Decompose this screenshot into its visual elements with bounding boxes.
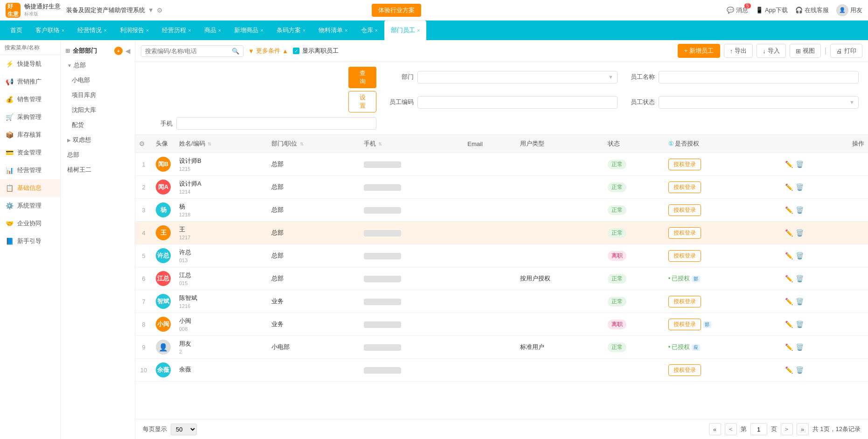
empcode-input-box[interactable] [417,96,618,109]
dept-input[interactable] [422,74,608,81]
close-icon[interactable]: × [188,28,191,33]
add-employee-button[interactable]: + 新增员工 [678,44,720,58]
auth-login-button[interactable]: 授权登录 [668,364,701,376]
app-download-button[interactable]: 📱 App下载 [756,6,788,14]
table-settings-icon[interactable]: ⚙ [139,140,145,147]
auth-login-button[interactable]: 授权登录 [668,319,701,330]
tab-operation[interactable]: 经营情况 × [71,21,113,40]
export-button[interactable]: ↑ 导出 [724,44,753,58]
sidebar-item-finance[interactable]: 💳 资金管理 [0,144,60,161]
sidebar-item-sales[interactable]: 💰 销售管理 [0,91,60,108]
print-button[interactable]: 🖨 打印 [830,44,862,58]
sidebar-item-quicknav[interactable]: ⚡ 快捷导航 [0,55,60,73]
sidebar-item-basic[interactable]: 📋 基础信息 [0,179,60,197]
show-resigned-checkbox[interactable]: ✓ 显示离职员工 [293,47,339,55]
close-icon[interactable]: × [218,28,221,33]
more-filters-button[interactable]: ▼ 更多条件 ▲ [248,47,288,55]
query-button[interactable]: 查询 [348,67,376,88]
dept-item-zongbu2[interactable]: 总部 [61,147,135,162]
collapse-dept-icon[interactable]: ◀ [125,48,130,55]
add-dept-button[interactable]: + [114,47,123,55]
import-button[interactable]: ↓ 导入 [757,44,786,58]
dept-item-shuanglv[interactable]: ▶ 双虑想 [61,132,135,147]
dept-item-xiangmu[interactable]: 项目库房 [61,88,135,103]
tab-profit[interactable]: 利润报告 × [113,21,155,40]
close-icon[interactable]: × [104,28,106,33]
first-page-button[interactable]: « [709,423,721,435]
page-number-input[interactable] [750,423,767,435]
sidebar-item-purchase[interactable]: 🛒 采购管理 [0,108,60,126]
tab-add-goods[interactable]: 新增商品 × [228,21,270,40]
empcode-input[interactable] [422,99,613,106]
edit-button[interactable]: ✏️ [785,183,793,191]
phone-input-box[interactable] [176,117,376,130]
close-icon[interactable]: × [417,28,420,33]
notification-button[interactable]: 💬 消息 5 [727,6,748,14]
dropdown-arrow-icon[interactable]: ▼ [148,7,154,14]
delete-button[interactable]: 🗑️ [796,366,804,374]
auth-login-button[interactable]: 授权登录 [668,227,701,239]
online-service-button[interactable]: 🎧 在线客服 [795,6,829,14]
delete-button[interactable]: 🗑️ [796,229,804,237]
reset-button[interactable]: 设置 [348,91,376,112]
dept-item-xiaodibu[interactable]: 小电部 [61,73,135,88]
dept-item-zhishu[interactable]: 植树王二 [61,162,135,177]
delete-button[interactable]: 🗑️ [796,298,804,305]
dept-item-shenyang[interactable]: 沈阳大库 [61,103,135,118]
edit-button[interactable]: ✏️ [785,252,793,259]
delete-button[interactable]: 🗑️ [796,183,804,191]
gear-icon[interactable]: ⚙ [157,7,163,14]
sidebar-item-collab[interactable]: 🤝 企业协同 [0,215,60,232]
status-select[interactable]: ▼ [659,96,859,109]
delete-button[interactable]: 🗑️ [796,275,804,282]
dept-select[interactable]: ▼ [417,71,618,84]
auth-login-button[interactable]: 授权登录 [668,250,701,262]
close-icon[interactable]: × [260,28,263,33]
tab-warehouse[interactable]: 仓库 × [354,21,384,40]
last-page-button[interactable]: » [797,423,809,435]
edit-button[interactable]: ✏️ [785,229,793,237]
close-icon[interactable]: × [62,28,64,33]
edit-button[interactable]: ✏️ [785,160,793,168]
next-page-button[interactable]: ＞ [781,423,793,435]
auth-login-button[interactable]: 授权登录 [668,181,701,193]
close-icon[interactable]: × [345,28,347,33]
edit-button[interactable]: ✏️ [785,206,793,214]
sidebar-item-system[interactable]: ⚙️ 系统管理 [0,197,60,215]
close-icon[interactable]: × [303,28,306,33]
search-input[interactable] [145,48,229,55]
empname-input-box[interactable] [659,71,859,84]
view-button[interactable]: ⊞ 视图 [790,44,821,58]
auth-login-button[interactable]: 授权登录 [668,204,701,216]
close-icon[interactable]: × [146,28,149,33]
phone-input[interactable] [181,120,372,127]
tab-bom[interactable]: 物料清单 × [312,21,354,40]
auth-login-button[interactable]: 授权登录 [668,159,701,170]
prev-page-button[interactable]: ＜ [725,423,737,435]
status-input[interactable] [663,99,849,106]
edit-button[interactable]: ✏️ [785,275,793,282]
edit-button[interactable]: ✏️ [785,321,793,328]
delete-button[interactable]: 🗑️ [796,321,804,328]
auth-login-button[interactable]: 授权登录 [668,296,701,307]
sidebar-item-marketing[interactable]: 📢 营销推广 [0,73,60,91]
edit-button[interactable]: ✏️ [785,366,793,374]
sidebar-item-inventory[interactable]: 📦 库存核算 [0,126,60,144]
edit-button[interactable]: ✏️ [785,298,793,305]
sidebar-search-input[interactable] [5,44,61,51]
close-icon[interactable]: × [375,28,378,33]
sidebar-item-guide[interactable]: 📘 新手引导 [0,232,60,250]
delete-button[interactable]: 🗑️ [796,343,804,351]
tab-history[interactable]: 经营历程 × [155,21,197,40]
delete-button[interactable]: 🗑️ [796,252,804,259]
tab-customer[interactable]: 客户联络 × [29,21,71,40]
tab-barcode[interactable]: 条码方案 × [270,21,312,40]
sidebar-item-business[interactable]: 📊 经营管理 [0,161,60,179]
empname-input[interactable] [663,74,854,81]
edit-button[interactable]: ✏️ [785,343,793,351]
dept-item-zongbu[interactable]: ▼ 总部 [61,58,135,73]
delete-button[interactable]: 🗑️ [796,206,804,214]
dept-item-peihuo[interactable]: 配货 [61,118,135,132]
tab-home[interactable]: 首页 [4,21,29,40]
user-menu-button[interactable]: 👤 用友 [836,4,862,16]
